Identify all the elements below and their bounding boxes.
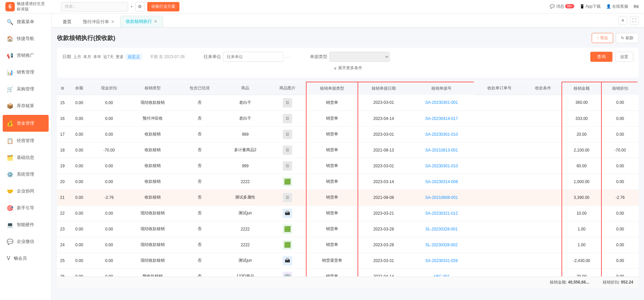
close-window-icon[interactable]: ✕ bbox=[619, 16, 627, 25]
cell-bill-no: SA-20230414-017 bbox=[409, 111, 474, 126]
bill-no-link[interactable]: SA-20230301-010 bbox=[425, 164, 458, 168]
settings-button[interactable]: 设置 bbox=[615, 52, 633, 62]
sidebar-item-畅会员[interactable]: V畅会员 bbox=[0, 250, 51, 267]
cell-amount: 10.00 bbox=[562, 205, 601, 221]
sidebar-item-快捷导航[interactable]: 🏠快捷导航 bbox=[0, 30, 51, 47]
cell-discount: 0.00 bbox=[601, 174, 639, 189]
sidebar-icon: 📦 bbox=[7, 103, 13, 109]
bill-no-link[interactable]: SA-20230331-026 bbox=[425, 258, 458, 263]
sidebar-item-label: 基础信息 bbox=[17, 155, 34, 161]
cell-order-no bbox=[474, 237, 525, 253]
cell-cash-discount: 0.00 bbox=[91, 237, 127, 253]
col-settled: 包含已结清 bbox=[178, 82, 221, 95]
cell-bill-no: SA-20210813-001 bbox=[409, 142, 474, 158]
cell-cash-discount: 0.00 bbox=[91, 126, 127, 142]
sidebar-item-销售管理[interactable]: 📊销售管理 bbox=[0, 64, 51, 81]
date-this-month[interactable]: 本月 bbox=[83, 54, 91, 60]
cell-product: 测试多属性 bbox=[221, 189, 269, 205]
cell-order-no bbox=[474, 95, 525, 111]
search-box[interactable]: 搜索... bbox=[61, 2, 128, 11]
cell-bill-date: 2023-03-28 bbox=[358, 237, 409, 253]
sidebar-item-采购管理[interactable]: 🛒采购管理 bbox=[0, 81, 51, 97]
sidebar-icon: 💬 bbox=[7, 239, 13, 245]
cell-id: 15 bbox=[57, 95, 68, 111]
custom-date-btn[interactable]: 自定义 bbox=[126, 54, 142, 60]
sidebar-item-企业微信[interactable]: 💬企业微信 bbox=[0, 233, 51, 250]
cell-discount: 0.00 bbox=[601, 111, 639, 126]
table-body: 15 0.00 0.00 现结收款核销 否 老白干 🖼 销货单 2023-03-… bbox=[57, 95, 639, 276]
sidebar-item-label: 采购管理 bbox=[17, 86, 34, 92]
cell-bill-no: SA-20230314-008 bbox=[409, 174, 474, 189]
sidebar-item-营销推广[interactable]: 📢营销推广 bbox=[0, 47, 51, 64]
sidebar-item-新手引导[interactable]: 🎯新手引导 bbox=[0, 200, 51, 216]
bill-no-link[interactable]: SA-20230414-017 bbox=[425, 116, 458, 121]
cell-cash-discount: 0.00 bbox=[91, 95, 127, 111]
cell-settled: 否 bbox=[178, 189, 221, 205]
bill-no-link[interactable]: SA-20230314-008 bbox=[425, 179, 458, 184]
main-content: 首页 预付冲应付单 ✕ 收款核销执行 ✕ ✕ ⛶ 收款核销执行(按收款) ↑ bbox=[52, 13, 644, 300]
cell-order-no bbox=[474, 111, 525, 126]
online-service-link[interactable]: 👤 在线客服 bbox=[606, 4, 628, 9]
cell-amount: -2,430.00 bbox=[562, 253, 601, 268]
sidebar-item-搜索菜单[interactable]: 🔍搜索菜单 bbox=[0, 13, 51, 30]
maximize-icon[interactable]: ⛶ bbox=[630, 16, 639, 25]
sidebar-item-系统管理[interactable]: ⚙️系统管理 bbox=[0, 166, 51, 183]
tab-home[interactable]: 首页 bbox=[57, 16, 77, 27]
col-discount: 核销折扣 bbox=[601, 82, 639, 95]
query-button[interactable]: 查询 bbox=[590, 52, 612, 62]
cell-discount: 0.00 bbox=[601, 268, 639, 276]
bill-no-link[interactable]: SA-20210808-001 bbox=[425, 195, 458, 200]
cell-type: 现结收款核销 bbox=[127, 221, 178, 237]
bill-no-link[interactable]: SA-20230301-001 bbox=[425, 100, 458, 105]
dropdown-arrow-icon[interactable]: ▾ bbox=[131, 5, 132, 8]
bill-no-link[interactable]: SA-20230321-012 bbox=[425, 211, 458, 216]
message-link[interactable]: 💬 消息 99+ bbox=[550, 4, 574, 9]
tab-active[interactable]: 收款核销执行 ✕ bbox=[120, 16, 163, 27]
sidebar-item-智能硬件[interactable]: 💻智能硬件 bbox=[0, 216, 51, 233]
cell-order-no bbox=[474, 158, 525, 174]
refresh-button[interactable]: ↻ 刷新 bbox=[616, 33, 639, 43]
sidebar-item-库存核算[interactable]: 📦库存核算 bbox=[0, 97, 51, 114]
sidebar-item-经营管理[interactable]: 📋经营管理 bbox=[0, 132, 51, 149]
cell-amount: 2,100.00 bbox=[562, 142, 601, 158]
bill-no-link[interactable]: SL-20230328-002 bbox=[425, 243, 458, 247]
partner-label: 往来单位 bbox=[204, 54, 221, 60]
bill-no-link[interactable]: SA-20210813-001 bbox=[425, 148, 458, 153]
cell-order-no bbox=[474, 205, 525, 221]
industry-btn[interactable]: 休验行业方案 bbox=[147, 2, 179, 11]
partner-input[interactable] bbox=[223, 52, 283, 62]
export-button[interactable]: ↑ 导出 bbox=[592, 33, 613, 43]
filter-date: 日期 上月 本月 本年 近7天 更多 自定义 bbox=[62, 54, 142, 60]
bill-no-link[interactable]: ABC-001 bbox=[433, 274, 450, 277]
date-last-month[interactable]: 上月 bbox=[73, 54, 81, 60]
date-this-year[interactable]: 本年 bbox=[93, 54, 101, 60]
data-table-wrap: ⚙ 余额 现金折扣 核销类型 包含已结清 商品 商品图片 核销单据类型 核销单据… bbox=[57, 82, 639, 288]
bill-type-select[interactable] bbox=[329, 52, 390, 62]
sidebar-item-基础信息[interactable]: 🗂️基础信息 bbox=[0, 149, 51, 166]
date-7days[interactable]: 近7天 bbox=[103, 54, 114, 60]
col-bill-no: 核销单据号 bbox=[409, 82, 474, 95]
message-badge: 99+ bbox=[565, 4, 574, 8]
cell-discount: 0.00 bbox=[601, 237, 639, 253]
cell-type: 现结收款核销 bbox=[127, 237, 178, 253]
cell-type: 现结收款核销 bbox=[127, 95, 178, 111]
cell-order-no bbox=[474, 142, 525, 158]
tab-prepay[interactable]: 预付冲应付单 ✕ bbox=[77, 16, 120, 27]
bill-no-link[interactable]: SA-20230301-010 bbox=[425, 132, 458, 137]
date-more[interactable]: 更多 bbox=[116, 54, 124, 60]
table-container[interactable]: ⚙ 余额 现金折扣 核销类型 包含已结清 商品 商品图片 核销单据类型 核销单据… bbox=[57, 82, 639, 276]
cell-product: 123D商品 bbox=[221, 268, 269, 276]
bill-no-link[interactable]: SL-20230328-001 bbox=[425, 227, 458, 231]
sidebar-item-企业协同[interactable]: 🤝企业协同 bbox=[0, 183, 51, 200]
sidebar-icon: 📢 bbox=[7, 52, 13, 59]
partner-dots-icon[interactable]: ··· bbox=[285, 54, 291, 59]
footer-discount: 核销折扣: 952.24 bbox=[603, 280, 633, 285]
page-title: 收款核销执行(按收款) bbox=[57, 34, 115, 42]
close-active-tab-icon[interactable]: ✕ bbox=[154, 19, 157, 24]
close-prepay-tab-icon[interactable]: ✕ bbox=[111, 19, 114, 24]
expand-more-btn[interactable]: ∨ 展开更多条件 bbox=[334, 65, 362, 71]
sidebar-item-资金管理[interactable]: 💰资金管理 bbox=[3, 115, 49, 132]
settings-icon[interactable]: ⚙ bbox=[135, 2, 145, 11]
date-label: 日期 bbox=[62, 54, 71, 60]
app-download-link[interactable]: 📱 App下载 bbox=[580, 4, 601, 9]
